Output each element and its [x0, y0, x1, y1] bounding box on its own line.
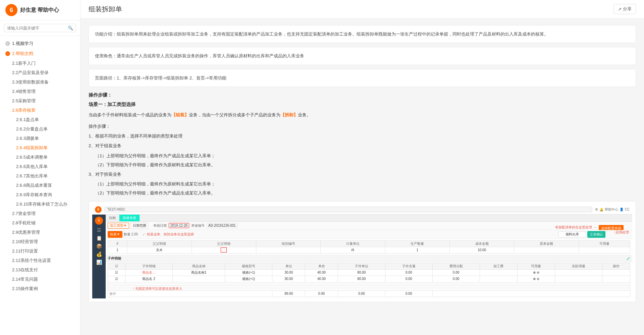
- sidebar-item-system[interactable]: 2.12系统个性化设置: [0, 256, 80, 265]
- nav-section-1: + 1.视频学习: [0, 39, 80, 49]
- sim-th-parent1: 父父明细: [127, 240, 192, 247]
- sim-app-sidebar: 6 ☰ 📋 📦 💰 📊: [92, 215, 106, 298]
- sim-right-annotation: 领料出库 立发确认: [558, 231, 605, 238]
- steps-heading: 操作步骤：: [89, 92, 636, 98]
- sidebar-item-assembly[interactable]: 2.6.4组装拆卸单: [0, 143, 80, 153]
- sidebar-item-inventory[interactable]: 2.6库存核算: [0, 106, 80, 115]
- sim-ltd-op2: [602, 276, 630, 282]
- sim-ltd-spec1: 规格(+1): [225, 269, 272, 276]
- sim-lth-price: 单价: [305, 263, 338, 269]
- sim-ltd-name2: [172, 276, 225, 282]
- sidebar-item-data-prep[interactable]: 2.3使用前数据准备: [0, 77, 80, 87]
- sidebar-item-cases[interactable]: 2.15操作案例: [0, 284, 80, 293]
- sim-address-bar: TEST-H002: [104, 207, 592, 212]
- sidebar-item-video[interactable]: + 1.视频学习: [0, 39, 80, 49]
- sidebar-item-mobile[interactable]: 2.8手机旺铺: [0, 218, 80, 228]
- sidebar-item-partial-stock[interactable]: 2.6.2分量盘点单: [0, 124, 80, 134]
- search-box[interactable]: 🔍: [4, 24, 76, 32]
- sim-ltd-av1: ⊕ ⊖: [517, 269, 555, 276]
- sim-ltd-av2: ⊕ ⊖: [517, 276, 555, 282]
- sidebar-item-cost-recalc[interactable]: 2.6.8商品成本重算: [0, 181, 80, 190]
- step2-sub1: （1）上部明细为父件明细，最终作为产成品生成某它入库单；: [89, 152, 636, 160]
- sim-ltd-act2: [555, 276, 602, 282]
- intro-text: 功能介绍：组装拆卸单用来处理企业组装或拆卸等加工业务，支持有固定装配清单的产品加…: [95, 32, 548, 37]
- intro-block: 功能介绍：组装拆卸单用来处理企业组装或拆卸等加工业务，支持有固定装配清单的产品加…: [89, 25, 636, 43]
- sidebar-item-purchase[interactable]: 2.5采购管理: [0, 96, 80, 106]
- search-input[interactable]: [7, 26, 68, 31]
- sidebar-item-operation[interactable]: 2.10经营管理: [0, 237, 80, 246]
- sim-th-qty: 生产数量: [385, 240, 449, 247]
- sim-td-prod-qty: 1: [385, 247, 449, 253]
- step3-sub2: （2）下部明细为子件明细，最终作为产成品生成某它入库单。: [89, 189, 636, 197]
- search-icon[interactable]: 🔍: [68, 25, 73, 31]
- content-area: 功能介绍：组装拆卸单用来处理企业组装或拆卸等加工业务，支持有固定装配清单的产品加…: [80, 18, 644, 335]
- sidebar-item-coupon[interactable]: 2.9优惠券管理: [0, 228, 80, 237]
- steps-label: 操作步骤：: [89, 122, 636, 130]
- sim-expand-icon: ⤢: [626, 256, 630, 261]
- sim-lth-sub: 子件明细: [125, 263, 172, 269]
- sidebar-item-transfer[interactable]: 2.6.3调拨单: [0, 134, 80, 143]
- path-text: 页面路径：1、库存核算->库存管理->组装拆卸单 2、首页->常用功能: [95, 75, 226, 80]
- sidebar-item-stocktake[interactable]: 2.6.1盘点单: [0, 115, 80, 124]
- sim-ltd-al2: 0.00: [432, 276, 480, 282]
- nav-section-2: − 2.帮助文档 2.1新手入门 2.2产品安装及登录 2.3使用前数据准备 2…: [0, 49, 80, 293]
- sim-lower-label: 子件明细: [108, 256, 121, 261]
- sim-lower-section: 子件明细 ⤢: [106, 255, 632, 262]
- sim-lower-table-area: ☑ 子件明细 商品名称 规格型号 单位 单价 子件单位 子件含量 费用分配: [106, 262, 632, 298]
- sim-lth-name: 商品名称: [172, 263, 225, 269]
- sidebar-item-print[interactable]: 2.11打印设置: [0, 246, 80, 256]
- sidebar-item-other-out[interactable]: 2.6.7其他出库单: [0, 171, 80, 181]
- share-button[interactable]: ↗ 分享: [613, 4, 636, 14]
- sim-lth-sub-unit: 子件单位: [338, 263, 385, 269]
- sim-assembly-btn: 组装▼: [108, 231, 122, 238]
- sim-td-cost-val: 10.00: [450, 247, 514, 253]
- logo-icon: 6: [5, 4, 17, 16]
- sim-app-main: 自购 新建单据 加工类型▼ 日期范围 单据日期 2019-12-26: [106, 215, 632, 298]
- sim-nav-icon3: 📦: [96, 243, 102, 249]
- sim-footer-v4: 0.00: [385, 290, 432, 297]
- sim-toolbar: 加工类型▼ 日期范围 单据日期 2019-12-26 单据编号 AD-20191…: [106, 222, 632, 230]
- sidebar-item-finance[interactable]: 2.7资金管理: [0, 209, 80, 218]
- sim-td-red-box: [192, 247, 256, 253]
- sim-th-parent2: 父父明细: [192, 240, 256, 247]
- sidebar-item-cost-adjust[interactable]: 2.6.5成本调整单: [0, 153, 80, 162]
- sim-stockout-field: 领料出库: [558, 231, 586, 237]
- sidebar-item-sales[interactable]: 2.4销售管理: [0, 87, 80, 96]
- sidebar-item-payment[interactable]: 2.13在线支付: [0, 265, 80, 275]
- sidebar-item-stock-ledger[interactable]: 2.6.9库存账本查询: [0, 190, 80, 200]
- sim-ltd-check1: ☑: [108, 269, 125, 276]
- sim-lower-footer: 合计 89.00 0.00 0.00 0.00: [108, 290, 630, 297]
- sim-th-group: 组别编号: [256, 240, 320, 247]
- sim-ltd-su1: 80.00: [338, 269, 385, 276]
- sim-lth-ops: 操作: [602, 263, 630, 269]
- sim-app-tabs: 自购 新建单据: [106, 215, 632, 222]
- sim-nav-icon2: 📋: [96, 235, 102, 241]
- sidebar: 6 好生意 帮助中心 🔍 + 1.视频学习 − 2.帮助文档 2.1新手入门 2…: [0, 0, 80, 335]
- sim-add-btn: 加工类型▼: [108, 223, 129, 229]
- step3-sub1: （1）上部明细为父件明细，最终作为原材料生成某它出库单；: [89, 180, 636, 188]
- sim-ltd-con1: 0.00: [385, 269, 432, 276]
- sidebar-item-newbie[interactable]: 2.1新手入门: [0, 59, 80, 68]
- sim-annotation-top-text: 有装配清单的在这里处理: [555, 225, 592, 230]
- sidebar-item-stock-fix[interactable]: 2.6.10库存账本错了怎么办: [0, 200, 80, 209]
- sim-lower-table: ☑ 子件明细 商品名称 规格型号 单位 单价 子件单位 子件含量 费用分配: [108, 263, 630, 297]
- sim-lth-actual: 实际用量: [555, 263, 602, 269]
- sidebar-item-docs[interactable]: − 2.帮助文档: [0, 49, 80, 59]
- sim-lower-row-2: ☑ 商品名 2 规格(+1) 30.00 40.00 80.00 0.00 0: [108, 276, 630, 282]
- sidebar-item-faq[interactable]: 2.14常见问题: [0, 275, 80, 284]
- sim-footer-v2: 0.00: [305, 290, 338, 297]
- sim-ltd-unit2: 30.00: [272, 276, 305, 282]
- sim-red-field: [221, 247, 227, 253]
- sim-footer-label: 合计: [108, 290, 272, 297]
- sim-ltd-al1: 0.00: [432, 269, 480, 276]
- sim-settings-icon: ⚙: [595, 208, 598, 211]
- sim-app-body: 6 ☰ 📋 📦 💰 📊 自购 新建单据: [92, 215, 632, 298]
- sim-ltd-price1: 40.00: [305, 269, 338, 276]
- screenshot-container: 6 TEST-H002 ⚙ 🔔 帮助中心 👤 CC 6 ☰: [89, 201, 636, 302]
- sidebar-item-label: 1.视频学习: [12, 41, 33, 47]
- sidebar-item-other-in[interactable]: 2.6.6其他入库单: [0, 162, 80, 171]
- scene1-heading-block: 场景一：加工类型选择: [89, 102, 636, 108]
- sim-toolbar-left: 加工类型▼ 日期范围: [108, 223, 149, 229]
- sidebar-item-install[interactable]: 2.2产品安装及登录: [0, 68, 80, 77]
- sim-browser-bar: 6 TEST-H002 ⚙ 🔔 帮助中心 👤 CC: [92, 205, 632, 215]
